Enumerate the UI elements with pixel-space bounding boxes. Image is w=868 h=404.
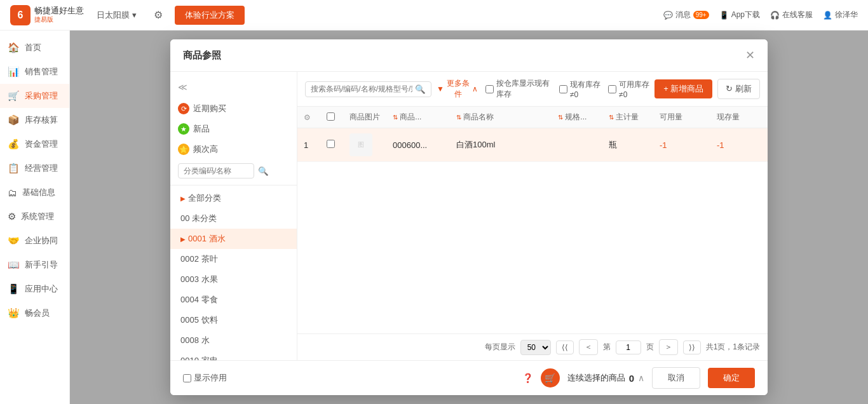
page-next-button[interactable]: ＞ [659, 339, 678, 355]
trial-button[interactable]: 体验行业方案 [175, 6, 245, 25]
sidebar-item-apps[interactable]: 📱 应用中心 [0, 277, 69, 301]
sidebar-item-label: 资金管理 [25, 138, 58, 150]
modal-close-button[interactable]: ✕ [745, 48, 755, 62]
sidebar-item-purchase[interactable]: 🛒 采购管理 [0, 84, 69, 108]
sidebar-item-inventory[interactable]: 📦 库存核算 [0, 108, 69, 132]
cat-search-row: 🔍 [170, 159, 297, 182]
cat-0002[interactable]: 0002 茶叶 [170, 249, 297, 269]
cat-label: 全部分类 [188, 192, 221, 204]
nav-collapse-button[interactable]: ≪ [178, 82, 187, 92]
select-all-checkbox[interactable] [327, 112, 335, 121]
sidebar-item-label: 应用中心 [25, 283, 58, 295]
selected-goods-label: 连续选择的商品 [567, 372, 625, 384]
table-header-row: ⚙ 商品图片 ⇅ 商品... [297, 107, 768, 128]
sidebar-item-business[interactable]: 📋 经营管理 [0, 156, 69, 180]
modal-body: ≪ ⟳ 近期购买 ★ 新品 ⭐ 频次高 [170, 72, 768, 360]
checkbox-warehouse-label: 按仓库显示现有库存 [496, 78, 552, 100]
message-label: 消息 [675, 10, 691, 20]
th-code[interactable]: ⇅ 商品... [386, 107, 450, 128]
page-last-button[interactable]: ⟩⟩ [683, 340, 701, 354]
cat-label: 00 未分类 [180, 213, 217, 224]
cart-button[interactable]: 🛒 [541, 368, 560, 387]
page-size-select[interactable]: 50 [520, 340, 551, 355]
modal-right-panel: 🔍 ▼ 更多条件 ∧ 按仓库显示现有库存 [297, 72, 768, 360]
finance-icon: 💰 [8, 138, 20, 150]
th-name[interactable]: ⇅ 商品名称 [450, 107, 552, 128]
cat-0005[interactable]: 0005 饮料 [170, 310, 297, 330]
confirm-button[interactable]: 确定 [708, 368, 755, 388]
product-search-button[interactable]: 🔍 [415, 84, 426, 94]
cat-0008[interactable]: 0008 水 [170, 330, 297, 351]
quick-nav-freq[interactable]: ⭐ 频次高 [170, 139, 297, 159]
new-label: 新品 [193, 123, 210, 135]
sort-icon: ⇅ [393, 114, 398, 121]
cat-0001[interactable]: ▶ 0001 酒水 [170, 229, 297, 249]
cat-0010[interactable]: 0010 家电 [170, 351, 297, 360]
sidebar-item-sales[interactable]: 📊 销售管理 [0, 60, 69, 84]
freq-label: 频次高 [193, 144, 218, 155]
more-filter-button[interactable]: ▼ 更多条件 ∧ [437, 78, 478, 100]
sidebar-item-home[interactable]: 🏠 首页 [0, 36, 69, 60]
sidebar-item-system[interactable]: ⚙ 系统管理 [0, 205, 69, 229]
sidebar-item-label: 采购管理 [25, 90, 58, 102]
checkbox-warehouse-input[interactable] [485, 85, 494, 93]
app-download-button[interactable]: 📱 App下载 [719, 10, 760, 20]
th-unit[interactable]: ⇅ 主计量 [602, 107, 653, 128]
cat-label: 0005 饮料 [180, 314, 218, 326]
sidebar-item-label: 库存核算 [25, 114, 58, 126]
category-search-button[interactable]: 🔍 [258, 166, 269, 176]
category-search-input[interactable] [178, 163, 254, 178]
sort-icon: ⇅ [609, 114, 614, 121]
product-thumbnail: 图 [349, 133, 372, 156]
refresh-icon: ↻ [726, 84, 733, 93]
table-row[interactable]: 1 图 000600... 白酒100ml 瓶 [297, 128, 768, 162]
filter-label: 更多条件 [447, 78, 470, 100]
sidebar-item-label: 新手引导 [25, 259, 58, 271]
recent-label: 近期购买 [193, 103, 226, 114]
th-img: 商品图片 [343, 107, 386, 128]
page-prev-button[interactable]: ＜ [579, 339, 598, 355]
show-disabled-label[interactable]: 显示停用 [183, 372, 227, 384]
sidebar-item-member[interactable]: 👑 畅会员 [0, 301, 69, 325]
collab-icon: 🤝 [8, 235, 20, 246]
page-number-input[interactable] [616, 340, 641, 354]
quick-nav-recent[interactable]: ⟳ 近期购买 [170, 98, 297, 119]
sidebar-item-guide[interactable]: 📖 新手引导 [0, 253, 69, 277]
gear-button[interactable]: ⚙ [149, 6, 167, 24]
add-product-button[interactable]: + 新增商品 [654, 79, 712, 98]
show-disabled-checkbox[interactable] [183, 374, 191, 382]
checkbox-existing[interactable]: 现有库存≠0 [559, 79, 600, 99]
checkbox-available[interactable]: 可用库存≠0 [608, 79, 649, 99]
quick-nav-new[interactable]: ★ 新品 [170, 119, 297, 139]
th-spec[interactable]: ⇅ 规格... [552, 107, 602, 128]
page-first-button[interactable]: ⟨⟨ [556, 340, 574, 354]
checkbox-warehouse[interactable]: 按仓库显示现有库存 [485, 78, 552, 100]
td-check[interactable] [320, 128, 343, 162]
product-search-input[interactable] [311, 84, 412, 93]
cancel-button[interactable]: 取消 [652, 367, 700, 389]
store-selector[interactable]: 日太阳膜 ▾ [92, 7, 142, 24]
checkbox-existing-input[interactable] [559, 85, 567, 93]
sidebar-item-finance[interactable]: 💰 资金管理 [0, 132, 69, 156]
sidebar-item-basic-info[interactable]: 🗂 基础信息 [0, 180, 69, 205]
sidebar-item-label: 系统管理 [21, 211, 54, 222]
cat-0003[interactable]: 0003 水果 [170, 269, 297, 290]
refresh-button[interactable]: ↻ 刷新 [717, 79, 760, 99]
cat-label: 0002 茶叶 [180, 253, 218, 265]
user-profile[interactable]: 👤 徐泽华 [823, 10, 858, 20]
messages-button[interactable]: 💬 消息 99+ [663, 10, 709, 20]
cat-00[interactable]: 00 未分类 [170, 208, 297, 229]
th-check [320, 107, 343, 128]
help-icon[interactable]: ❓ [522, 373, 533, 383]
online-service-button[interactable]: 🎧 在线客服 [770, 10, 813, 20]
td-avail: -1 [653, 128, 710, 162]
cat-0004[interactable]: 0004 零食 [170, 290, 297, 310]
sidebar-item-collab[interactable]: 🤝 企业协同 [0, 229, 69, 253]
cat-all[interactable]: ▶ 全部分类 [170, 188, 297, 208]
page-suffix: 页 [646, 342, 654, 353]
inventory-icon: 📦 [8, 114, 20, 126]
row-checkbox[interactable] [327, 140, 335, 148]
collapse-footer-button[interactable]: ∧ [638, 373, 644, 383]
checkbox-available-input[interactable] [608, 85, 616, 93]
checkbox-group: 按仓库显示现有库存 现有库存≠0 可用库存≠0 [485, 78, 649, 100]
